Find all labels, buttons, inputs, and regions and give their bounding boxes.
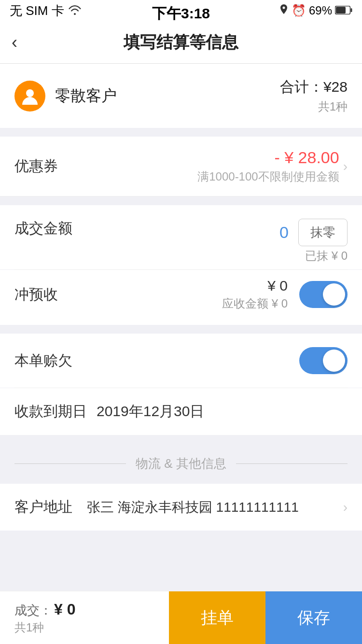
transaction-amount-value: 0 — [279, 223, 289, 242]
divider-2 — [0, 196, 362, 205]
coupon-chevron-icon: › — [343, 159, 348, 174]
bottom-deal-count: 共1种 — [14, 620, 154, 635]
customer-left: 零散客户 — [14, 81, 117, 112]
coupon-label: 优惠券 — [14, 156, 58, 176]
address-label: 客户地址 — [14, 497, 72, 517]
debt-toggle[interactable] — [299, 347, 348, 374]
address-value: 张三 海淀永丰科技园 11111111111 — [87, 498, 339, 517]
debt-section: 本单赊欠 — [0, 334, 362, 388]
transaction-amount-row: 0 抹零 — [279, 219, 348, 246]
prepayment-amount: ¥ 0 — [267, 278, 288, 294]
status-left: 无 SIM 卡 — [10, 2, 82, 19]
coupon-section[interactable]: 优惠券 - ¥ 28.00 满1000-100不限制使用金额 › — [0, 137, 362, 196]
customer-section: 零散客户 合计：¥28 共1种 — [0, 64, 362, 128]
nav-bar: ‹ 填写结算等信息 — [0, 21, 362, 64]
prepayment-values: ¥ 0 应收金额 ¥ 0 — [222, 278, 288, 311]
hold-button[interactable]: 挂单 — [169, 591, 265, 644]
battery-percent: 69% — [309, 4, 332, 17]
transaction-right: 0 抹零 已抹 ¥ 0 — [279, 219, 348, 264]
status-right: ⏰ 69% — [279, 4, 352, 17]
coupon-values: - ¥ 28.00 满1000-100不限制使用金额 — [197, 148, 339, 184]
divider-7 — [0, 531, 362, 539]
bottom-left-info: 成交： ¥ 0 共1种 — [0, 601, 169, 635]
battery-icon — [335, 4, 352, 17]
content-area: 零散客户 合计：¥28 共1种 优惠券 - ¥ 28.00 满1000-100不… — [0, 64, 362, 597]
customer-avatar — [14, 81, 45, 112]
status-bar: 无 SIM 卡 下午3:18 ⏰ 69% — [0, 0, 362, 21]
customer-total: 合计：¥28 — [280, 77, 348, 97]
nav-title: 填写结算等信息 — [124, 31, 238, 54]
divider-4 — [0, 325, 362, 334]
logistics-line-right — [236, 463, 348, 464]
bottom-deal-amount: ¥ 0 — [54, 601, 75, 618]
coupon-description: 满1000-100不限制使用金额 — [197, 169, 339, 184]
prepayment-section: 冲预收 ¥ 0 应收金额 ¥ 0 — [0, 270, 362, 325]
address-section[interactable]: 客户地址 张三 海淀永丰科技园 11111111111 › — [0, 484, 362, 531]
back-button[interactable]: ‹ — [12, 32, 17, 53]
bottom-deal-label: 成交： — [14, 602, 52, 619]
svg-rect-2 — [336, 7, 346, 14]
svg-point-3 — [26, 89, 34, 97]
prepayment-receivable: 应收金额 ¥ 0 — [222, 296, 288, 311]
bottom-bar: 成交： ¥ 0 共1种 挂单 保存 — [0, 591, 362, 644]
customer-count: 共1种 — [280, 99, 348, 114]
divider-1 — [0, 128, 362, 137]
transaction-amount-label: 成交金额 — [14, 219, 72, 238]
erased-label: 已抹 ¥ 0 — [305, 248, 348, 264]
location-icon — [279, 4, 289, 17]
due-date-section: 收款到期日 2019年12月30日 — [0, 388, 362, 435]
transaction-amount-section: 成交金额 0 抹零 已抹 ¥ 0 — [0, 205, 362, 269]
due-date-value: 2019年12月30日 — [97, 402, 204, 421]
save-button[interactable]: 保存 — [265, 591, 362, 644]
divider-6 — [0, 435, 362, 444]
status-time: 下午3:18 — [152, 4, 210, 24]
debt-label: 本单赊欠 — [14, 351, 72, 371]
prepayment-toggle[interactable] — [299, 281, 348, 308]
customer-right: 合计：¥28 共1种 — [280, 77, 348, 114]
bottom-deal-row: 成交： ¥ 0 — [14, 601, 154, 619]
logistics-line-left — [14, 463, 126, 464]
wifi-icon — [68, 3, 82, 18]
prepayment-right: ¥ 0 应收金额 ¥ 0 — [222, 278, 348, 311]
prepayment-label: 冲预收 — [14, 285, 58, 305]
customer-name: 零散客户 — [55, 85, 117, 107]
due-date-label: 收款到期日 — [14, 402, 87, 421]
alarm-icon: ⏰ — [292, 4, 306, 17]
carrier-label: 无 SIM 卡 — [10, 2, 64, 19]
address-chevron-icon: › — [343, 500, 348, 515]
coupon-right: - ¥ 28.00 满1000-100不限制使用金额 › — [197, 148, 348, 184]
svg-rect-1 — [351, 8, 352, 12]
logistics-title: 物流 & 其他信息 — [136, 455, 226, 472]
round-zero-button[interactable]: 抹零 — [298, 219, 348, 246]
coupon-discount: - ¥ 28.00 — [197, 148, 339, 167]
logistics-header: 物流 & 其他信息 — [0, 444, 362, 484]
